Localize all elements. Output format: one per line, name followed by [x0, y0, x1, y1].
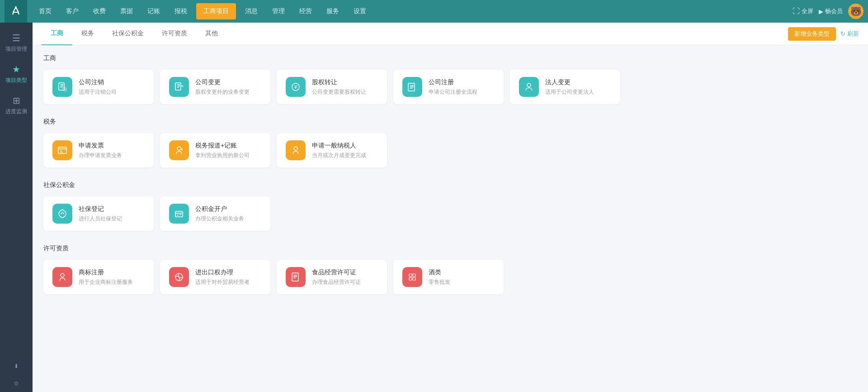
card-company-cancel[interactable]: 公司注销 适用于注销公司	[43, 70, 154, 104]
card-company-register[interactable]: 公司注册 申请公司注册全流程	[393, 70, 504, 104]
cards-grid-social: 社保登记 进行人员社保登记 公积金开户	[43, 196, 857, 231]
svg-rect-16	[409, 274, 412, 277]
card-text-trademark: 商标注册 用于企业商标注册服务	[79, 268, 133, 286]
card-text-company-change: 公司变更 股权变更外的业务变更	[195, 78, 250, 96]
svg-rect-17	[413, 274, 415, 277]
card-desc-tax-accounting: 拿到营业执照的新公司	[195, 152, 250, 159]
nav-billing[interactable]: 收费	[86, 0, 113, 23]
card-import-export[interactable]: 进出口权办理 适用于对外贸易经营者	[160, 260, 270, 294]
card-provident-fund[interactable]: 公积金开户 办理公积金相关业务	[160, 196, 270, 231]
card-social-register[interactable]: 社保登记 进行人员社保登记	[43, 196, 154, 231]
card-text-provident-fund: 公积金开户 办理公积金相关业务	[195, 205, 244, 223]
card-icon-legal-change	[519, 77, 539, 97]
card-text-company-cancel: 公司注销 适用于注销公司	[79, 78, 117, 96]
card-title-apply-invoice: 申请发票	[79, 142, 122, 150]
nav-industrial[interactable]: 工商项目	[196, 3, 236, 19]
tab-social-security[interactable]: 社保公积金	[103, 23, 153, 45]
location-icon: ⊙	[14, 380, 19, 387]
sidebar-download[interactable]: ⬇	[0, 358, 33, 375]
cards-grid-tax: 申请发票 办理申请发票业务 税务报道+记账 拿到营业执照的新公	[43, 133, 857, 167]
card-icon-equity-transfer: ¥	[286, 77, 306, 97]
tab-industrial[interactable]: 工商	[42, 23, 72, 45]
nav-tax[interactable]: 报税	[167, 0, 194, 23]
card-trademark[interactable]: 商标注册 用于企业商标注册服务	[43, 260, 154, 294]
add-type-button[interactable]: 新增业务类型	[788, 27, 836, 41]
card-icon-tax-accounting	[169, 140, 189, 160]
svg-rect-8	[58, 147, 66, 153]
card-title-social-register: 社保登记	[79, 205, 122, 213]
card-text-apply-invoice: 申请发票 办理申请发票业务	[79, 142, 122, 159]
svg-point-0	[15, 6, 17, 8]
nav-message[interactable]: 消息	[238, 0, 265, 23]
card-title-company-register: 公司注册	[429, 78, 477, 86]
card-title-tax-accounting: 税务报道+记账	[195, 142, 250, 150]
section-title-industrial: 工商	[43, 54, 857, 62]
section-title-social: 社保公积金	[43, 181, 857, 189]
nav-home[interactable]: 首页	[32, 0, 59, 23]
card-desc-equity-transfer: 公司变更需要股权转让	[312, 88, 366, 96]
card-company-change[interactable]: 公司变更 股权变更外的业务变更	[160, 70, 270, 104]
nav-customer[interactable]: 客户	[59, 0, 86, 23]
card-desc-apply-invoice: 办理申请发票业务	[79, 152, 122, 159]
card-apply-invoice[interactable]: 申请发票 办理申请发票业务	[43, 133, 154, 167]
avatar[interactable]: 🐻	[848, 4, 863, 19]
sidebar-item-project-management[interactable]: ☰ 项目管理	[0, 27, 33, 58]
card-icon-social-register	[52, 204, 72, 224]
fullscreen-icon: ⛶	[793, 7, 800, 15]
svg-point-9	[177, 147, 181, 150]
vip-label: 畅会员	[825, 7, 843, 15]
card-tax-accounting[interactable]: 税务报道+记账 拿到营业执照的新公司	[160, 133, 270, 167]
card-icon-company-change	[169, 77, 189, 97]
top-navigation: 首页 客户 收费 票据 记账 报税 工商项目 消息 管理 经营 服务 设置 ⛶ …	[0, 0, 868, 23]
tab-tax[interactable]: 税务	[72, 23, 103, 45]
svg-rect-15	[292, 273, 298, 281]
cards-grid-industrial: 公司注销 适用于注销公司 公司变更 股权变更外的业务变更	[43, 70, 857, 104]
nav-accounting[interactable]: 记账	[140, 0, 167, 23]
svg-point-10	[294, 147, 297, 150]
card-icon-import-export	[169, 267, 189, 287]
card-desc-company-cancel: 适用于注销公司	[79, 88, 117, 96]
content-area: 工商 税务 社保公积金 许可资质 其他 新增业务类型 ↻ 刷新 工商	[33, 23, 868, 392]
card-general-taxpayer[interactable]: 申请一般纳税人 当月或次月成变更完成	[277, 133, 387, 167]
sidebar-label-project-type: 项目类型	[5, 76, 27, 84]
card-equity-transfer[interactable]: ¥ 股权转让 公司变更需要股权转让	[277, 70, 387, 104]
vip-button[interactable]: ▶ 畅会员	[819, 7, 843, 15]
fullscreen-button[interactable]: ⛶ 全屏	[793, 7, 813, 15]
sidebar-location[interactable]: ⊙	[0, 375, 33, 392]
card-desc-trademark: 用于企业商标注册服务	[79, 278, 133, 286]
scroll-content: 工商 公司注销 适用于注销公司	[33, 45, 868, 392]
card-desc-legal-change: 适用于公司变更法人	[545, 88, 594, 96]
section-title-license: 许可资质	[43, 244, 857, 253]
svg-point-7	[527, 83, 531, 87]
tab-actions: 新增业务类型 ↻ 刷新	[788, 27, 859, 41]
tab-other[interactable]: 其他	[196, 23, 227, 45]
tab-license[interactable]: 许可资质	[153, 23, 196, 45]
card-legal-change[interactable]: 法人变更 适用于公司变更法人	[510, 70, 620, 104]
nav-service[interactable]: 服务	[319, 0, 346, 23]
card-text-company-register: 公司注册 申请公司注册全流程	[429, 78, 477, 96]
card-title-general-taxpayer: 申请一般纳税人	[312, 142, 366, 150]
card-title-alcohol: 酒类	[429, 268, 450, 277]
refresh-icon: ↻	[840, 30, 845, 37]
nav-invoice[interactable]: 票据	[113, 0, 140, 23]
cards-grid-license: 商标注册 用于企业商标注册服务 进出口权办理 适用于对外贸易经	[43, 260, 857, 294]
card-alcohol[interactable]: 酒类 零售批发	[393, 260, 504, 294]
card-icon-trademark	[52, 267, 72, 287]
sidebar-item-project-type[interactable]: ★ 项目类型	[0, 58, 33, 90]
card-text-general-taxpayer: 申请一般纳税人 当月或次月成变更完成	[312, 142, 366, 159]
card-text-social-register: 社保登记 进行人员社保登记	[79, 205, 122, 223]
card-title-company-change: 公司变更	[195, 78, 250, 86]
nav-operation[interactable]: 经营	[292, 0, 319, 23]
card-title-company-cancel: 公司注销	[79, 78, 117, 86]
nav-settings[interactable]: 设置	[346, 0, 373, 23]
nav-manage[interactable]: 管理	[265, 0, 292, 23]
card-icon-provident-fund	[169, 204, 189, 224]
card-desc-company-change: 股权变更外的业务变更	[195, 88, 250, 96]
card-food-license[interactable]: 食品经营许可证 办理食品经营许可证	[277, 260, 387, 294]
card-icon-food-license	[286, 267, 306, 287]
refresh-button[interactable]: ↻ 刷新	[840, 30, 859, 38]
tabs-bar: 工商 税务 社保公积金 许可资质 其他 新增业务类型 ↻ 刷新	[33, 23, 868, 45]
svg-rect-19	[413, 277, 415, 280]
card-title-food-license: 食品经营许可证	[312, 268, 361, 277]
sidebar-item-progress[interactable]: ⊞ 进度监测	[0, 90, 33, 121]
